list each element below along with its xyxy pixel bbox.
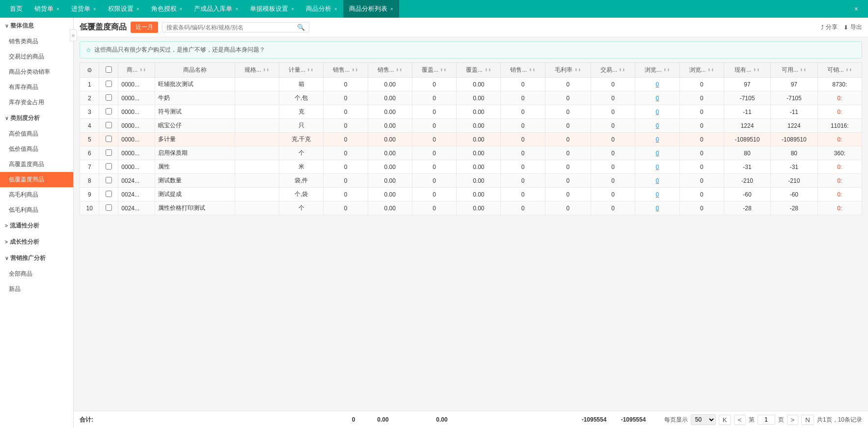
col-browse1[interactable]: 浏览... ⬆⬇ <box>635 63 679 78</box>
nav-product-analysis[interactable]: 商品分析 × <box>300 0 343 18</box>
prev-page-button[interactable]: < <box>734 415 746 425</box>
nav-sales-order[interactable]: 销货单 × <box>28 0 65 18</box>
col-sales3[interactable]: 销售... ⬆⬇ <box>501 63 545 78</box>
row-select-checkbox[interactable] <box>106 204 112 211</box>
row-browse1[interactable]: 0 <box>635 78 679 91</box>
nav-product-analysis-list[interactable]: 商品分析列表 × <box>343 0 399 18</box>
sidebar-item-low-value[interactable]: 低价值商品 <box>0 142 73 157</box>
col-sales2[interactable]: 销售... ⬆⬇ <box>368 63 412 78</box>
row-checkbox[interactable] <box>99 174 118 188</box>
window-close-button[interactable]: × <box>848 0 864 18</box>
row-checkbox[interactable] <box>99 160 118 174</box>
row-select-checkbox[interactable] <box>106 94 112 101</box>
close-icon[interactable]: × <box>136 6 139 12</box>
row-trade: 0 <box>591 119 635 133</box>
nav-home[interactable]: 首页 <box>4 0 28 18</box>
nav-purchase-order[interactable]: 进货单 × <box>65 0 102 18</box>
row-checkbox[interactable] <box>99 105 118 119</box>
sidebar-item-in-stock-goods[interactable]: 有库存商品 <box>0 80 73 95</box>
nav-template-settings[interactable]: 单据模板设置 × <box>244 0 300 18</box>
row-trade: 0 <box>591 160 635 174</box>
last-page-button[interactable]: N <box>801 415 814 425</box>
close-icon[interactable]: × <box>93 6 96 12</box>
row-checkbox[interactable] <box>99 201 118 215</box>
next-page-button[interactable]: > <box>787 415 799 425</box>
sidebar-collapse-button[interactable]: « <box>70 29 77 41</box>
col-stock1[interactable]: 现有... ⬆⬇ <box>724 63 770 78</box>
nav-product-storage[interactable]: 产成品入库单 × <box>188 0 244 18</box>
row-browse1[interactable]: 0 <box>635 146 679 160</box>
select-all-checkbox[interactable] <box>106 66 112 73</box>
nav-permission-settings[interactable]: 权限设置 × <box>102 0 145 18</box>
sidebar-item-high-profit[interactable]: 高毛利商品 <box>0 187 73 202</box>
row-checkbox[interactable] <box>99 188 118 201</box>
row-select-checkbox[interactable] <box>106 177 112 183</box>
sidebar-section-overview[interactable]: ∨ 整体信息 <box>0 18 73 34</box>
col-unit[interactable]: 计量... ⬆⬇ <box>279 63 324 78</box>
row-select-checkbox[interactable] <box>106 136 112 142</box>
col-spec[interactable]: 规格... ⬆⬇ <box>235 63 279 78</box>
sidebar-item-sales-goods[interactable]: 销售类商品 <box>0 34 73 49</box>
row-browse1[interactable]: 0 <box>635 91 679 105</box>
time-filter-button[interactable]: 近一月 <box>131 22 158 33</box>
close-icon[interactable]: × <box>180 6 183 12</box>
sidebar-item-all-goods[interactable]: 全部商品 <box>0 266 73 282</box>
search-icon[interactable]: 🔍 <box>297 24 305 31</box>
share-icon: ⤴ <box>821 24 824 31</box>
sidebar-item-stock-capital[interactable]: 库存资金占用 <box>0 95 73 110</box>
row-select-checkbox[interactable] <box>106 108 112 114</box>
sidebar-item-new-goods[interactable]: 新品 <box>0 282 73 297</box>
row-browse1[interactable]: 0 <box>635 188 679 201</box>
row-checkbox[interactable] <box>99 78 118 91</box>
sidebar-section-marketing[interactable]: ∨ 营销推广分析 <box>0 250 73 266</box>
row-sales1: 0 <box>324 78 368 91</box>
row-browse1[interactable]: 0 <box>635 174 679 188</box>
col-stock2[interactable]: 可用... ⬆⬇ <box>771 63 817 78</box>
export-button[interactable]: ⬇ 导出 <box>843 23 862 31</box>
row-checkbox[interactable] <box>99 119 118 133</box>
row-checkbox[interactable] <box>99 133 118 146</box>
sidebar-item-high-coverage[interactable]: 高覆盖度商品 <box>0 157 73 172</box>
col-profit[interactable]: 毛利率 ⬆⬇ <box>545 63 591 78</box>
col-settings[interactable]: ⚙ <box>80 63 99 78</box>
col-cover2[interactable]: 覆盖... ⬆⬇ <box>457 63 501 78</box>
search-input[interactable] <box>166 24 297 31</box>
first-page-button[interactable]: K <box>719 415 731 425</box>
row-browse1[interactable]: 0 <box>635 119 679 133</box>
close-icon[interactable]: × <box>291 6 294 12</box>
col-trade[interactable]: 交易... ⬆⬇ <box>591 63 635 78</box>
sidebar-item-low-coverage[interactable]: 低覆盖度商品 <box>0 172 73 187</box>
close-icon[interactable]: × <box>334 6 337 12</box>
sidebar-item-low-profit[interactable]: 低毛利商品 <box>0 202 73 218</box>
sidebar-item-high-value[interactable]: 高价值商品 <box>0 126 73 142</box>
row-browse1[interactable]: 0 <box>635 105 679 119</box>
sidebar-section-circulation[interactable]: > 流通性分析 <box>0 218 73 234</box>
row-browse1[interactable]: 0 <box>635 201 679 215</box>
sidebar-item-category-sales-rate[interactable]: 商品分类动销率 <box>0 64 73 80</box>
close-icon[interactable]: × <box>390 6 393 12</box>
row-browse1[interactable]: 0 <box>635 160 679 174</box>
sidebar-item-traded-goods[interactable]: 交易过的商品 <box>0 49 73 64</box>
row-checkbox[interactable] <box>99 146 118 160</box>
col-sales1[interactable]: 销售... ⬆⬇ <box>324 63 368 78</box>
close-icon[interactable]: × <box>56 6 59 12</box>
col-cover1[interactable]: 覆盖... ⬆⬇ <box>412 63 456 78</box>
row-select-checkbox[interactable] <box>106 149 112 156</box>
page-number-input[interactable] <box>758 415 775 425</box>
row-browse1[interactable]: 0 <box>635 133 679 146</box>
col-code[interactable]: 商... ⬆⬇ <box>118 63 155 78</box>
row-select-checkbox[interactable] <box>106 81 112 87</box>
row-select-checkbox[interactable] <box>106 191 112 197</box>
row-index: 8 <box>80 174 99 188</box>
share-button[interactable]: ⤴ 分享 <box>821 23 838 31</box>
sidebar-section-growth[interactable]: > 成长性分析 <box>0 234 73 250</box>
col-browse2[interactable]: 浏览... ⬆⬇ <box>679 63 724 78</box>
sidebar-section-category-analysis[interactable]: ∨ 类别度分析 <box>0 110 73 126</box>
row-select-checkbox[interactable] <box>106 122 112 128</box>
nav-role-auth[interactable]: 角色授权 × <box>145 0 189 18</box>
close-icon[interactable]: × <box>235 6 238 12</box>
row-select-checkbox[interactable] <box>106 163 112 170</box>
row-checkbox[interactable] <box>99 91 118 105</box>
per-page-select[interactable]: 50 100 200 <box>691 414 716 425</box>
col-saleable[interactable]: 可销... ⬆⬇ <box>817 63 862 78</box>
